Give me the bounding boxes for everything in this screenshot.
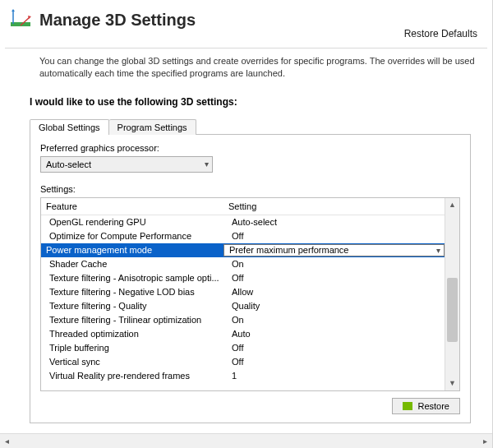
svg-marker-3	[12, 9, 15, 12]
grid-header: Feature Setting	[41, 198, 445, 215]
feature-cell: Texture filtering - Trilinear optimizati…	[41, 315, 227, 325]
app-logo	[8, 7, 33, 32]
setting-cell: Off	[227, 343, 445, 353]
setting-cell: 1	[227, 371, 445, 381]
scroll-track[interactable]	[445, 212, 459, 376]
feature-cell: Power management mode	[41, 245, 223, 255]
feature-cell: Virtual Reality pre-rendered frames	[41, 371, 227, 381]
table-row[interactable]: Optimize for Compute PerformanceOff	[41, 229, 445, 243]
processor-label: Preferred graphics processor:	[40, 143, 460, 153]
tab-global-settings[interactable]: Global Settings	[30, 119, 109, 135]
section-heading: I would like to use the following 3D set…	[0, 83, 492, 116]
tab-program-settings[interactable]: Program Settings	[109, 119, 196, 135]
feature-cell: Vertical sync	[41, 357, 227, 367]
settings-grid: Feature Setting OpenGL rendering GPUAuto…	[40, 197, 460, 391]
scroll-right-icon[interactable]: ▸	[478, 434, 492, 448]
setting-cell: Off	[227, 231, 445, 241]
column-setting: Setting	[223, 201, 445, 211]
setting-cell: Off	[227, 273, 445, 283]
setting-cell: On	[227, 315, 445, 325]
setting-cell: Auto-select	[227, 217, 445, 227]
horizontal-scrollbar[interactable]: ◂ ▸	[0, 433, 492, 448]
table-row[interactable]: Triple bufferingOff	[41, 341, 445, 355]
setting-cell[interactable]: Prefer maximum performance▾	[223, 244, 445, 256]
table-row[interactable]: Shader CacheOn	[41, 257, 445, 271]
feature-cell: Shader Cache	[41, 259, 227, 269]
feature-cell: Texture filtering - Quality	[41, 301, 227, 311]
chevron-down-icon: ▾	[205, 159, 209, 169]
table-row[interactable]: Virtual Reality pre-rendered frames1	[41, 369, 445, 383]
tab-bar: Global Settings Program Settings	[30, 116, 471, 134]
settings-panel: Global Settings Program Settings Preferr…	[30, 116, 471, 423]
chevron-down-icon: ▾	[436, 246, 440, 255]
feature-cell: Texture filtering - Anisotropic sample o…	[41, 273, 227, 283]
restore-defaults-link[interactable]: Restore Defaults	[404, 28, 477, 39]
table-row[interactable]: OpenGL rendering GPUAuto-select	[41, 215, 445, 229]
feature-cell: Triple buffering	[41, 343, 227, 353]
scroll-down-icon[interactable]: ▼	[445, 376, 459, 390]
nvidia-icon	[403, 402, 412, 410]
feature-cell: Optimize for Compute Performance	[41, 231, 227, 241]
tab-content: Preferred graphics processor: Auto-selec…	[30, 134, 471, 423]
setting-cell: Off	[227, 357, 445, 367]
restore-button-label: Restore	[417, 401, 449, 411]
setting-cell: On	[227, 259, 445, 269]
scroll-up-icon[interactable]: ▲	[445, 198, 459, 212]
feature-cell: Threaded optimization	[41, 329, 227, 339]
processor-select[interactable]: Auto-select ▾	[40, 156, 213, 173]
processor-value: Auto-select	[46, 159, 91, 169]
restore-button[interactable]: Restore	[392, 398, 460, 414]
hscroll-track[interactable]	[14, 434, 478, 448]
window: Manage 3D Settings Restore Defaults You …	[0, 0, 493, 448]
setting-cell: Quality	[227, 301, 445, 311]
table-row[interactable]: Texture filtering - Trilinear optimizati…	[41, 313, 445, 327]
column-feature: Feature	[41, 201, 223, 211]
feature-cell: OpenGL rendering GPU	[41, 217, 227, 227]
settings-label: Settings:	[40, 184, 460, 194]
scroll-left-icon[interactable]: ◂	[0, 434, 14, 448]
table-row[interactable]: Texture filtering - Anisotropic sample o…	[41, 271, 445, 285]
table-row[interactable]: Vertical syncOff	[41, 355, 445, 369]
scroll-thumb[interactable]	[447, 278, 458, 342]
table-row[interactable]: Texture filtering - Negative LOD biasAll…	[41, 285, 445, 299]
table-row[interactable]: Threaded optimizationAuto	[41, 327, 445, 341]
page-title: Manage 3D Settings	[39, 11, 196, 30]
intro-text: You can change the global 3D settings an…	[0, 48, 492, 83]
table-row[interactable]: Texture filtering - QualityQuality	[41, 299, 445, 313]
vertical-scrollbar[interactable]: ▲ ▼	[445, 198, 459, 390]
table-row[interactable]: Power management modePrefer maximum perf…	[41, 243, 445, 257]
setting-cell: Allow	[227, 287, 445, 297]
setting-cell: Auto	[227, 329, 445, 339]
feature-cell: Texture filtering - Negative LOD bias	[41, 287, 227, 297]
